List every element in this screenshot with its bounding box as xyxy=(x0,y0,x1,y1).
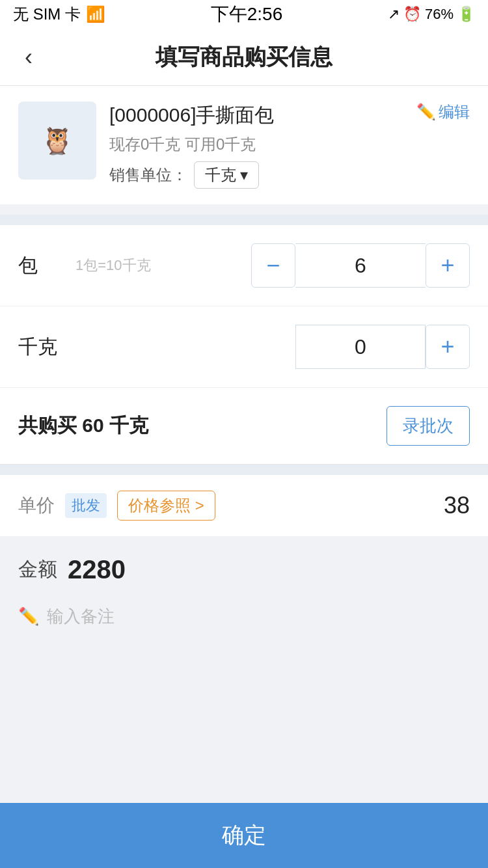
status-bar: 无 SIM 卡 📶 下午2:56 ↗ ⏰ 76% 🔋 xyxy=(0,0,488,29)
note-placeholder: 输入备注 xyxy=(47,605,115,628)
battery-icon: 🔋 xyxy=(457,6,475,23)
quantity-label-kg: 千克 xyxy=(18,334,70,360)
quantity-kg-input[interactable] xyxy=(295,325,426,369)
price-type-badge: 批发 xyxy=(65,493,107,518)
quantity-controls-kg: + xyxy=(295,325,470,369)
quantity-controls-bag: − + xyxy=(251,243,470,288)
status-right: ↗ ⏰ 76% 🔋 xyxy=(388,6,475,23)
amount-section: 金额 2280 ✏️ 输入备注 xyxy=(0,537,488,638)
product-thumbnail: 🦉 xyxy=(18,102,96,180)
unit-value: 千克 xyxy=(205,165,236,185)
carrier-text: 无 SIM 卡 xyxy=(13,4,81,25)
location-icon: ↗ xyxy=(388,6,400,23)
price-ref-button[interactable]: 价格参照 > xyxy=(117,491,215,521)
confirm-button[interactable]: 确定 xyxy=(0,803,488,868)
status-time: 下午2:56 xyxy=(211,2,283,27)
decrement-bag-button[interactable]: − xyxy=(251,243,295,288)
summary-row: 共购买 60 千克 录批次 xyxy=(0,388,488,465)
amount-label: 金额 xyxy=(18,556,57,583)
quantity-bag-input[interactable] xyxy=(295,243,426,288)
unit-dropdown-icon: ▾ xyxy=(240,166,248,184)
quantity-row-bag: 包 1包=10千克 − + xyxy=(0,225,488,306)
confirm-button-label: 确定 xyxy=(222,821,266,850)
quantity-row-kg: 千克 + xyxy=(0,306,488,388)
price-ref-label: 价格参照 > xyxy=(128,495,204,516)
note-row[interactable]: ✏️ 输入备注 xyxy=(18,595,470,638)
quantity-label-bag: 包 xyxy=(18,252,70,279)
back-button[interactable]: ‹ xyxy=(18,37,39,77)
increment-kg-button[interactable]: + xyxy=(426,325,470,369)
edit-button[interactable]: ✏️ 编辑 xyxy=(416,102,470,122)
product-name: [0000006]手撕面包 xyxy=(109,102,470,129)
price-section: 单价 批发 价格参照 > 38 xyxy=(0,475,488,537)
section-divider-1 xyxy=(0,215,488,225)
amount-value: 2280 xyxy=(68,555,126,584)
quantity-hint-bag: 1包=10千克 xyxy=(75,256,251,275)
edit-icon: ✏️ xyxy=(416,103,436,121)
nav-bar: ‹ 填写商品购买信息 xyxy=(0,29,488,86)
status-left: 无 SIM 卡 📶 xyxy=(13,4,105,25)
edit-label: 编辑 xyxy=(439,102,470,122)
price-value: 38 xyxy=(444,492,470,519)
product-section: 🦉 [0000006]手撕面包 现存0千克 可用0千克 销售单位： 千克 ▾ ✏… xyxy=(0,86,488,204)
unit-select[interactable]: 千克 ▾ xyxy=(194,161,259,189)
quantity-section: 包 1包=10千克 − + 千克 + xyxy=(0,225,488,388)
summary-prefix: 共购买 xyxy=(18,414,82,436)
price-label: 单价 xyxy=(18,493,55,518)
product-stock: 现存0千克 可用0千克 xyxy=(109,134,470,155)
note-icon: ✏️ xyxy=(18,606,39,627)
section-divider-2 xyxy=(0,465,488,475)
summary-text: 共购买 60 千克 xyxy=(18,413,148,439)
summary-unit: 千克 xyxy=(104,414,148,436)
wifi-icon: 📶 xyxy=(86,5,105,23)
product-info: [0000006]手撕面包 现存0千克 可用0千克 销售单位： 千克 ▾ xyxy=(109,102,470,189)
amount-row: 金额 2280 xyxy=(18,555,470,584)
unit-label: 销售单位： xyxy=(109,165,187,185)
summary-amount: 60 xyxy=(82,414,103,436)
increment-bag-button[interactable]: + xyxy=(426,243,470,288)
product-thumb-icon: 🦉 xyxy=(41,126,74,156)
batch-button[interactable]: 录批次 xyxy=(386,406,470,446)
nav-title: 填写商品购买信息 xyxy=(156,42,332,72)
alarm-icon: ⏰ xyxy=(403,6,421,23)
product-unit-row: 销售单位： 千克 ▾ xyxy=(109,161,470,189)
battery-text: 76% xyxy=(425,6,454,23)
